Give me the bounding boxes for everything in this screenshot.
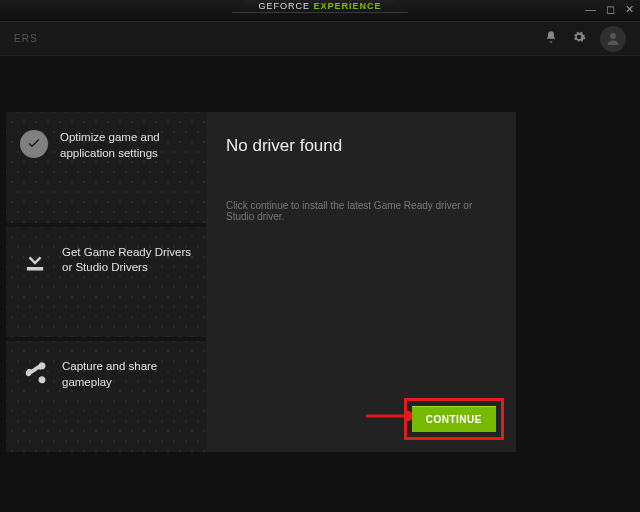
sidebar: Optimize game and application settings G… (6, 112, 206, 452)
continue-button[interactable]: CONTINUE (412, 406, 496, 432)
brand-geforce: GEFORCE (258, 1, 310, 11)
sidebar-item-label: Optimize game and application settings (60, 130, 192, 161)
window-controls: — ◻ ✕ (585, 3, 634, 16)
gear-icon[interactable] (572, 30, 586, 48)
bell-icon[interactable] (544, 30, 558, 48)
toolbar-right (544, 26, 626, 52)
sidebar-item-label: Capture and share gameplay (62, 359, 192, 390)
continue-highlight: CONTINUE (404, 398, 504, 440)
check-icon (20, 130, 48, 158)
sidebar-item-drivers: Get Game Ready Drivers or Studio Drivers (6, 227, 206, 342)
toolbar: ERS (0, 22, 640, 56)
titlebar: GEFORCE EXPERIENCE — ◻ ✕ (0, 0, 640, 22)
main-body: Click continue to install the latest Gam… (226, 200, 496, 222)
main-panel: No driver found Click continue to instal… (206, 112, 516, 452)
maximize-button[interactable]: ◻ (606, 3, 615, 16)
share-icon (20, 359, 50, 389)
sidebar-item-capture: Capture and share gameplay (6, 341, 206, 452)
brand-experience: EXPERIENCE (314, 1, 382, 11)
minimize-button[interactable]: — (585, 3, 596, 16)
sidebar-item-optimize: Optimize game and application settings (6, 112, 206, 227)
sidebar-item-label: Get Game Ready Drivers or Studio Drivers (62, 245, 192, 276)
avatar[interactable] (600, 26, 626, 52)
content-panel: Optimize game and application settings G… (6, 112, 516, 452)
download-icon (20, 245, 50, 275)
app-title: GEFORCE EXPERIENCE (231, 0, 408, 13)
close-button[interactable]: ✕ (625, 3, 634, 16)
tab-drivers[interactable]: ERS (14, 33, 38, 44)
main-heading: No driver found (226, 136, 496, 156)
